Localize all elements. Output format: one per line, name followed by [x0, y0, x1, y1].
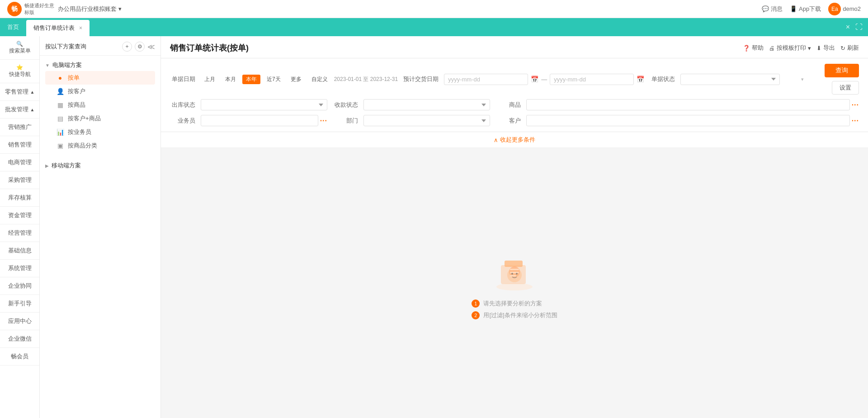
sidebar-item-operations[interactable]: 经营管理 — [0, 224, 39, 242]
sidebar-item-marketing[interactable]: 营销推广 — [0, 119, 39, 136]
sidebar-search[interactable]: 🔍 搜索菜单 — [0, 36, 39, 60]
filter-row-3: 业务员 ··· 部门 客户 ··· — [170, 115, 859, 126]
retail-arrow-icon: ▲ — [30, 90, 35, 95]
sidebar-item-basic[interactable]: 基础信息 — [0, 242, 39, 260]
refresh-btn[interactable]: ↻ 刷新 — [840, 44, 859, 52]
query-area: 查询 设置 — [823, 64, 859, 95]
date-last-month[interactable]: 上月 — [201, 75, 219, 84]
sidebar-item-finance[interactable]: 资金管理 — [0, 207, 39, 224]
payment-status-select[interactable] — [363, 99, 490, 110]
sidebar-item-newbie[interactable]: 新手引导 — [0, 295, 39, 313]
department-select[interactable] — [363, 115, 490, 126]
collapse-bar[interactable]: ∧ 收起更多条件 — [161, 132, 868, 148]
scheme-section-mobile-header[interactable]: ▶ 移动端方案 — [45, 160, 155, 171]
user-profile[interactable]: Ea demo2 — [828, 3, 861, 15]
salesman-dots-btn[interactable]: ··· — [320, 117, 327, 125]
empty-illustration — [487, 247, 542, 292]
logo-area: 畅 畅捷通好生意 标版 — [7, 2, 54, 16]
sidebar-item-appcenter[interactable]: 应用中心 — [0, 313, 39, 330]
sidebar-item-sales[interactable]: 销售管理 — [0, 136, 39, 154]
scheme-item-by-goods[interactable]: ▦ 按商品 — [45, 98, 155, 112]
salesman-input[interactable] — [201, 115, 318, 126]
tab-maximize-btn[interactable]: ⛶ — [855, 23, 863, 31]
sidebar-item-enterprise[interactable]: 企业协同 — [0, 277, 39, 295]
svg-point-9 — [516, 273, 518, 275]
sidebar-item-inventory[interactable]: 库存核算 — [0, 189, 39, 207]
date-this-year[interactable]: 本年 — [242, 75, 260, 84]
svg-point-8 — [511, 273, 513, 275]
expected-date-from[interactable] — [444, 74, 528, 85]
collapse-up-icon: ∧ — [494, 137, 498, 143]
filter-area: 单据日期 上月 本月 本年 近7天 更多 自定义 2023-01-01 至 20… — [161, 58, 868, 132]
customer-label: 客户 — [495, 117, 521, 125]
scheme-panel-header: 按以下方案查询 + ⚙ ≪ — [40, 36, 160, 56]
scheme-settings-btn[interactable]: ⚙ — [135, 42, 145, 52]
expected-date-to[interactable] — [550, 74, 634, 85]
empty-state: 1 请先选择要分析的方案 2 用[过滤]条件来缩小分析范围 — [472, 247, 557, 319]
date-this-month[interactable]: 本月 — [222, 75, 240, 84]
export-btn[interactable]: ⬇ 导出 — [816, 44, 835, 52]
scheme-section-mobile: ▶ 移动端方案 — [40, 156, 160, 175]
logo-text: 畅捷通好生意 标版 — [24, 2, 54, 15]
goods-input[interactable] — [526, 99, 850, 110]
sidebar-item-corpwechat[interactable]: 企业微信 — [0, 330, 39, 348]
tab-close-btn[interactable]: × — [79, 25, 82, 31]
export-icon: ⬇ — [816, 45, 821, 52]
query-btn[interactable]: 查询 — [825, 64, 859, 77]
scheme-item-by-category[interactable]: ▣ 按商品分类 — [45, 139, 155, 152]
tab-minimize-btn[interactable]: × — [846, 23, 850, 31]
scheme-section-pc-header[interactable]: ▼ 电脑端方案 — [45, 59, 155, 71]
goods-dots-btn[interactable]: ··· — [852, 101, 859, 109]
customer-input[interactable] — [526, 115, 850, 126]
scheme-item-by-salesman[interactable]: 📊 按业务员 — [45, 125, 155, 139]
department-label: 部门 — [333, 117, 358, 125]
scheme-item-by-order[interactable]: ● 按单 — [45, 71, 155, 85]
scheme-item-by-customer-goods[interactable]: ▤ 按客户+商品 — [45, 112, 155, 125]
ship-status-select[interactable] — [201, 99, 327, 110]
message-btn[interactable]: 💬 消息 — [762, 5, 783, 13]
filter-settings-btn[interactable]: 设置 — [832, 81, 859, 95]
scheme-item-by-customer[interactable]: 👤 按客户 — [45, 85, 155, 98]
sidebar-item-system[interactable]: 系统管理 — [0, 260, 39, 277]
scheme-by-order-icon: ● — [56, 74, 64, 81]
scheme-panel: 按以下方案查询 + ⚙ ≪ ▼ 电脑端方案 ● 按单 👤 按客 — [40, 36, 161, 418]
app-download-btn[interactable]: 📱 App下载 — [790, 5, 821, 13]
page-title: 销售订单统计表(按单) — [170, 43, 249, 53]
template-print-btn[interactable]: 🖨 按模板打印 ▾ — [769, 44, 811, 52]
sidebar-item-ecommerce[interactable]: 电商管理 — [0, 154, 39, 171]
empty-hint-1: 1 请先选择要分析的方案 — [472, 299, 557, 308]
doc-status-select[interactable] — [680, 74, 780, 85]
hint2-num: 2 — [472, 311, 480, 319]
tab-home[interactable]: 首页 — [0, 18, 26, 36]
sidebar-item-purchase[interactable]: 采购管理 — [0, 171, 39, 189]
scheme-panel-title: 按以下方案查询 — [45, 43, 119, 51]
company-selector[interactable]: 办公用品行业模拟账套 ▾ — [58, 5, 122, 13]
sidebar-item-wholesale[interactable]: 批发管理 ▲ — [0, 101, 39, 119]
date-last7[interactable]: 近7天 — [263, 75, 284, 84]
empty-hint-2: 2 用[过滤]条件来缩小分析范围 — [472, 311, 557, 319]
company-arrow-icon: ▾ — [118, 5, 122, 12]
sidebar-quicknav[interactable]: ⭐ 快捷导航 — [0, 60, 39, 83]
top-bar-left: 畅 畅捷通好生意 标版 办公用品行业模拟账套 ▾ — [7, 2, 122, 16]
svg-point-0 — [496, 283, 533, 290]
main-layout: 🔍 搜索菜单 ⭐ 快捷导航 零售管理 ▲ 批发管理 ▲ 营销推广 销售管理 电商… — [0, 36, 868, 418]
calendar-to-icon[interactable]: 📅 — [637, 76, 644, 83]
goods-label: 商品 — [495, 101, 521, 109]
print-arrow-icon: ▾ — [808, 45, 811, 52]
expected-date-label: 预计交货日期 — [403, 75, 439, 83]
date-custom[interactable]: 自定义 — [308, 75, 331, 84]
scheme-section-mobile-arrow-icon: ▶ — [45, 163, 49, 168]
scheme-add-btn[interactable]: + — [122, 42, 132, 52]
message-icon: 💬 — [762, 5, 769, 12]
help-btn[interactable]: ❓ 帮助 — [743, 44, 764, 52]
date-more[interactable]: 更多 — [287, 75, 305, 84]
ship-status-label: 出库状态 — [170, 101, 195, 109]
tab-sales-order-stats[interactable]: 销售订单统计表 × — [26, 20, 90, 36]
calendar-from-icon[interactable]: 📅 — [531, 76, 538, 83]
customer-dots-btn[interactable]: ··· — [852, 117, 859, 125]
sidebar-item-member[interactable]: 畅会员 — [0, 348, 39, 366]
sidebar-item-retail[interactable]: 零售管理 ▲ — [0, 83, 39, 101]
scheme-collapse-btn[interactable]: ≪ — [147, 43, 155, 51]
svg-rect-2 — [505, 261, 523, 267]
hint1-num: 1 — [472, 299, 480, 308]
